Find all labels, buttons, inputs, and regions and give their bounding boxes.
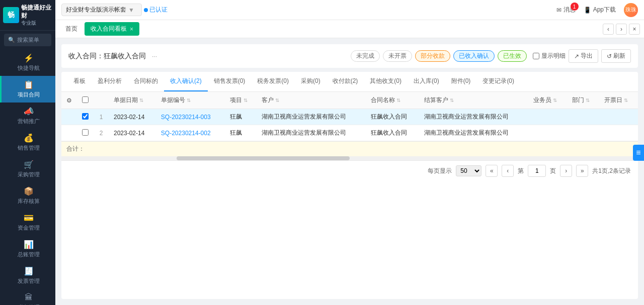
sort-dept-icon[interactable]: ⇅ (586, 97, 590, 103)
sidebar-item-inventory[interactable]: 📦 库存核算 (0, 182, 55, 209)
sub-tab-warehouse[interactable]: 出入库(0) (408, 72, 445, 91)
tab-next-button[interactable]: › (616, 24, 627, 35)
topbar-breadcrumb: 好业财专业版演示帐套 ▼ 已认证 (61, 4, 552, 16)
sort-date-icon[interactable]: ⇅ (139, 97, 143, 103)
sub-tab-purchase[interactable]: 采购(0) (295, 72, 327, 91)
sort-contract-name-icon[interactable]: ⇅ (396, 97, 400, 103)
sidebar-item-quick-nav[interactable]: ⚡ 快捷导航 (0, 49, 55, 76)
sub-tab-revenue-confirm[interactable]: 收入确认(2) (164, 72, 208, 91)
pagination: 每页显示 50 100 « ‹ 第 页 › » 共1页,2条记录 (61, 160, 638, 181)
message-button[interactable]: ✉ 消息 1 (556, 6, 576, 14)
company-name: 好业财专业版演示帐套 (66, 6, 126, 14)
table-row[interactable]: 2 2023-02-14 SQ-20230214-002 狂飙 湖南卫视商业运营… (61, 125, 638, 141)
prev-page-button[interactable]: ‹ (502, 165, 514, 177)
row-order-no-2[interactable]: SQ-20230214-002 (156, 125, 225, 141)
project-contract-icon: 📋 (24, 80, 34, 89)
scrollbar-thumb[interactable] (177, 156, 350, 160)
order-link-2[interactable]: SQ-20230214-002 (161, 130, 211, 137)
user-avatar[interactable]: 珠珠 (624, 3, 638, 17)
sub-tab-tax-invoice[interactable]: 税务发票(0) (251, 72, 295, 91)
sort-order-icon[interactable]: ⇅ (187, 97, 191, 103)
sidebar-item-tax[interactable]: 🏛 税务管理 (0, 289, 55, 305)
app-download-button[interactable]: 📱 App下载 (584, 6, 616, 14)
sub-tab-other-income[interactable]: 其他收支(0) (364, 72, 408, 91)
sub-tab-subject[interactable]: 合同标的 (128, 72, 164, 91)
sidebar-item-project-contract[interactable]: 📋 项目合同 (0, 76, 55, 103)
contract-more-icon[interactable]: ··· (152, 53, 157, 60)
sidebar-item-invoice[interactable]: 🧾 发票管理 (0, 262, 55, 289)
right-action-panel[interactable]: ≡ (633, 145, 644, 161)
col-open-date-header: 开票日 ⇅ (599, 92, 638, 109)
sub-tab-sales-invoice[interactable]: 销售发票(0) (208, 72, 252, 91)
settings-icon[interactable]: ⚙ (66, 97, 72, 104)
row-order-no-1[interactable]: SQ-20230214-003 (156, 109, 225, 125)
select-all-checkbox[interactable] (82, 96, 89, 103)
sub-tab-change-log[interactable]: 变更记录(0) (476, 72, 520, 91)
status-tag-uninvoiced[interactable]: 未开票 (383, 50, 412, 62)
col-salesman-header: 业务员 ⇅ (528, 92, 567, 109)
status-tag-incomplete[interactable]: 未完成 (351, 50, 380, 62)
sort-customer-icon[interactable]: ⇅ (275, 97, 279, 103)
page-number-input[interactable] (528, 165, 546, 177)
show-detail-checkbox[interactable] (533, 53, 539, 59)
search-menu-button[interactable]: 🔍 搜索菜单 (4, 34, 51, 46)
table-row[interactable]: 1 2023-02-14 SQ-20230214-003 狂飙 湖南卫视商业运营… (61, 109, 638, 125)
sort-salesman-icon[interactable]: ⇅ (553, 97, 557, 103)
tab-close-icon[interactable]: × (130, 26, 133, 33)
tab-prev-button[interactable]: ‹ (603, 24, 614, 35)
sub-tab-attachment[interactable]: 附件(0) (445, 72, 477, 91)
show-detail-checkbox-area[interactable]: 显示明细 (533, 49, 566, 63)
status-tag-partial-payment[interactable]: 部分收款 (415, 50, 450, 62)
status-tag-revenue-confirmed[interactable]: 已收入确认 (453, 50, 495, 62)
tab-income-contract[interactable]: 收入合同看板 × (85, 22, 139, 36)
first-page-button[interactable]: « (486, 165, 498, 177)
sidebar-item-purchase[interactable]: 🛒 采购管理 (0, 156, 55, 182)
status-tag-effective[interactable]: 已生效 (498, 50, 527, 62)
horizontal-scrollbar[interactable] (61, 156, 638, 160)
sidebar: 畅 畅捷通好业财 专业版 🔍 搜索菜单 ⚡ 快捷导航 📋 项目合同 📣 营销推广… (0, 0, 55, 305)
download-icon: 📱 (584, 7, 591, 14)
next-page-button[interactable]: › (560, 165, 572, 177)
row-select-1[interactable] (82, 113, 89, 120)
sub-tab-profit[interactable]: 盈利分析 (92, 72, 128, 91)
footer-total-label: 合计： (66, 145, 85, 153)
last-page-button[interactable]: » (576, 165, 588, 177)
row-project-1: 狂飙 (225, 109, 257, 125)
contract-title: 收入合同：狂飙收入合同 (68, 52, 146, 61)
tab-home[interactable]: 首页 (59, 22, 84, 36)
sidebar-item-ledger[interactable]: 📊 总账管理 (0, 236, 55, 262)
row-checkbox-1[interactable] (77, 109, 94, 125)
row-dept-2 (567, 125, 599, 141)
sub-tab-payment[interactable]: 收付款(2) (327, 72, 364, 91)
sub-tabs: 看板 盈利分析 合同标的 收入确认(2) 销售发票(0) 税务发票(0) 采购(… (61, 72, 638, 181)
refresh-button[interactable]: ↺ 刷新 (601, 49, 631, 63)
sidebar-item-marketing[interactable]: 📣 营销推广 (0, 103, 55, 129)
page-size-select[interactable]: 50 100 (456, 165, 481, 176)
contract-header: 收入合同：狂飙收入合同 ··· 未完成 未开票 部分收款 已收入确认 已生效 显… (61, 44, 638, 68)
sidebar-item-sales[interactable]: 💰 销售管理 (0, 129, 55, 156)
row-open-date-1 (599, 109, 638, 125)
sales-icon: 💰 (24, 133, 34, 143)
company-selector[interactable]: 好业财专业版演示帐套 ▼ (61, 4, 142, 16)
sort-settle-icon[interactable]: ⇅ (450, 97, 454, 103)
tax-icon: 🏛 (25, 293, 33, 302)
sort-project-icon[interactable]: ⇅ (244, 97, 248, 103)
row-contract-name-2: 狂飙收入合同 (366, 125, 419, 141)
row-checkbox-2[interactable] (77, 125, 94, 141)
row-open-date-2 (599, 125, 638, 141)
tab-close-all-button[interactable]: × (629, 24, 640, 35)
sidebar-item-funds[interactable]: 💳 资金管理 (0, 209, 55, 236)
col-settle-customer-header: 结算客户 ⇅ (419, 92, 528, 109)
topbar: 好业财专业版演示帐套 ▼ 已认证 ✉ 消息 1 📱 App下载 珠珠 (55, 0, 644, 20)
sub-tab-board[interactable]: 看板 (67, 72, 92, 91)
row-select-2[interactable] (82, 129, 89, 136)
export-button[interactable]: ↗ 导出 (569, 49, 598, 63)
table-footer: 合计： (61, 141, 638, 156)
order-link-1[interactable]: SQ-20230214-003 (161, 114, 211, 121)
export-icon: ↗ (574, 53, 579, 60)
header-action-buttons: 显示明细 ↗ 导出 ↺ 刷新 (533, 49, 631, 63)
sort-open-date-icon[interactable]: ⇅ (624, 97, 628, 103)
invoice-icon: 🧾 (24, 266, 34, 276)
certified-badge: 已认证 (144, 6, 168, 14)
page-label-end: 页 (550, 167, 556, 175)
